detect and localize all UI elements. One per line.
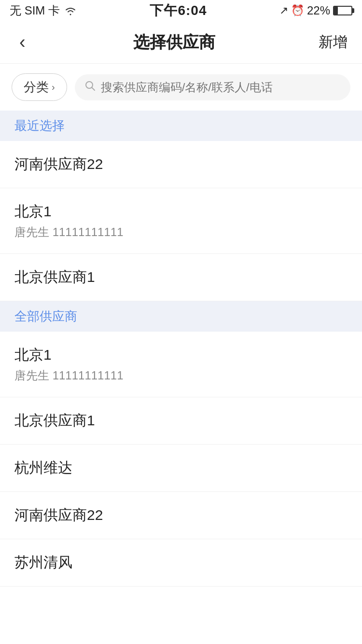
item-sub: 唐先生 11111111111 bbox=[14, 368, 348, 383]
item-name: 北京1 bbox=[14, 202, 348, 222]
sim-text: 无 SIM 卡 bbox=[10, 3, 60, 18]
list-item[interactable]: 北京1唐先生 11111111111 bbox=[0, 332, 362, 397]
item-name: 河南供应商22 bbox=[14, 505, 348, 525]
recent-section-label: 最近选择 bbox=[14, 118, 65, 133]
nav-title: 选择供应商 bbox=[133, 31, 215, 54]
recent-section-header: 最近选择 bbox=[0, 111, 362, 141]
item-name: 河南供应商22 bbox=[14, 154, 348, 174]
item-name: 北京供应商1 bbox=[14, 411, 348, 431]
add-button[interactable]: 新增 bbox=[319, 32, 348, 52]
all-section-label: 全部供应商 bbox=[14, 309, 77, 323]
list-item[interactable]: 北京供应商1 bbox=[0, 397, 362, 445]
category-arrow-icon: › bbox=[52, 82, 55, 93]
item-name: 北京1 bbox=[14, 345, 348, 365]
status-left: 无 SIM 卡 bbox=[10, 3, 77, 18]
back-button[interactable]: ‹ bbox=[14, 27, 30, 57]
item-name: 苏州清风 bbox=[14, 553, 348, 573]
item-sub: 唐先生 11111111111 bbox=[14, 224, 348, 240]
list-item[interactable]: 杭州维达 bbox=[0, 445, 362, 492]
alarm-icon: ⏰ bbox=[291, 4, 304, 17]
status-right: ↗ ⏰ 22% bbox=[279, 4, 352, 17]
battery-icon bbox=[333, 6, 352, 15]
wifi-icon bbox=[64, 6, 77, 15]
svg-line-1 bbox=[92, 87, 95, 90]
status-bar: 无 SIM 卡 下午6:04 ↗ ⏰ 22% bbox=[0, 0, 362, 21]
list-item[interactable]: 河南供应商22 bbox=[0, 492, 362, 539]
status-time: 下午6:04 bbox=[150, 1, 207, 20]
all-items-list: 北京1唐先生 11111111111北京供应商1杭州维达河南供应商22苏州清风 bbox=[0, 332, 362, 587]
search-input[interactable] bbox=[101, 81, 341, 94]
category-button[interactable]: 分类 › bbox=[12, 73, 67, 101]
item-name: 杭州维达 bbox=[14, 458, 348, 478]
category-label: 分类 bbox=[24, 79, 49, 96]
search-box[interactable] bbox=[75, 74, 350, 100]
item-name: 北京供应商1 bbox=[14, 267, 348, 287]
all-section-header: 全部供应商 bbox=[0, 301, 362, 332]
list-item[interactable]: 苏州清风 bbox=[0, 539, 362, 587]
list-item[interactable]: 北京供应商1 bbox=[0, 254, 362, 301]
battery-percent: 22% bbox=[307, 4, 330, 17]
nav-bar: ‹ 选择供应商 新增 bbox=[0, 21, 362, 64]
location-icon: ↗ bbox=[279, 4, 288, 17]
list-item[interactable]: 河南供应商22 bbox=[0, 141, 362, 188]
list-item[interactable]: 北京1唐先生 11111111111 bbox=[0, 188, 362, 254]
filter-bar: 分类 › bbox=[0, 64, 362, 111]
recent-items-list: 河南供应商22北京1唐先生 11111111111北京供应商1 bbox=[0, 141, 362, 301]
search-icon bbox=[84, 80, 96, 95]
